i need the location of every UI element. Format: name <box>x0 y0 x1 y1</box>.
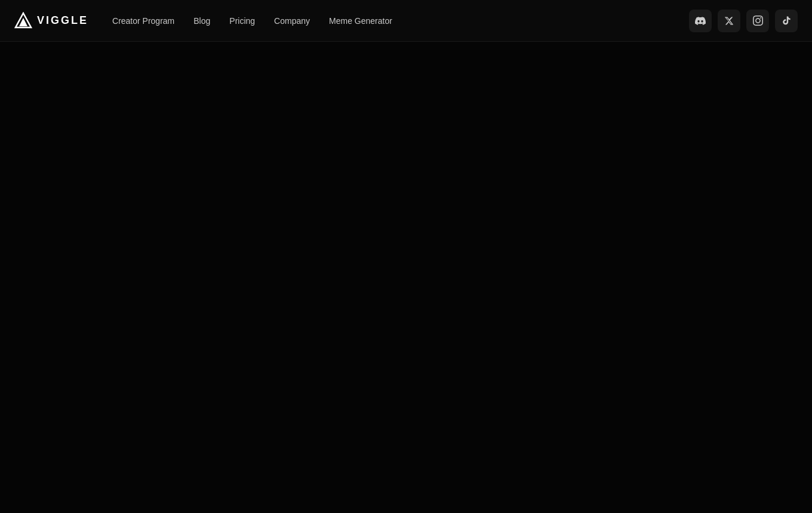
navbar: VIGGLE Creator Program Blog Pricing Comp… <box>0 0 812 42</box>
navbar-left: VIGGLE Creator Program Blog Pricing Comp… <box>14 12 392 30</box>
nav-link-company[interactable]: Company <box>274 16 310 26</box>
navbar-right <box>689 10 798 32</box>
nav-link-pricing[interactable]: Pricing <box>229 16 255 26</box>
nav-link-meme-generator[interactable]: Meme Generator <box>329 16 392 26</box>
main-content <box>0 42 812 513</box>
nav-link-creator-program[interactable]: Creator Program <box>112 16 174 26</box>
logo-text: VIGGLE <box>37 14 88 27</box>
tiktok-icon <box>782 16 792 26</box>
twitter-icon <box>724 16 734 26</box>
instagram-icon <box>753 16 763 26</box>
discord-icon <box>695 16 706 26</box>
tiktok-button[interactable] <box>775 10 798 32</box>
logo[interactable]: VIGGLE <box>14 12 88 30</box>
discord-button[interactable] <box>689 10 712 32</box>
nav-link-blog[interactable]: Blog <box>193 16 210 26</box>
nav-links: Creator Program Blog Pricing Company Mem… <box>112 16 392 26</box>
viggle-logo-icon <box>14 12 32 30</box>
instagram-button[interactable] <box>746 10 769 32</box>
twitter-button[interactable] <box>718 10 740 32</box>
